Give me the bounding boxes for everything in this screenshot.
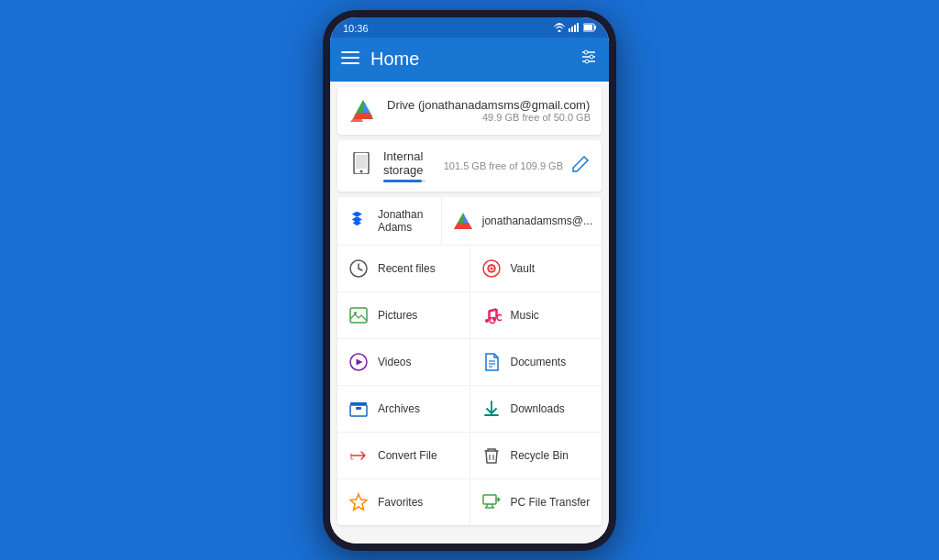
internal-storage-section[interactable]: Internal storage 101.5 GB free of 109.9 … [337,140,602,192]
jonathan-adams-item[interactable]: Jonathan Adams [337,197,442,245]
convert-icon [347,444,370,467]
phone-frame: 10:36 [323,10,616,551]
archives-icon [347,397,370,421]
storage-name: Internal storage [383,149,444,177]
videos-item[interactable]: Videos [337,339,470,385]
svg-rect-6 [594,26,596,29]
clock-icon [347,257,370,280]
gdrive-account-item[interactable]: jonathanadamsms@... [442,197,602,245]
recycle-bin-label: Recycle Bin [511,449,569,462]
svg-marker-55 [350,494,367,511]
storage-free-text: 101.5 GB free of 109.9 GB [444,160,563,171]
svg-rect-2 [571,27,573,32]
svg-point-29 [360,170,363,173]
svg-rect-1 [569,28,570,32]
svg-rect-10 [341,62,359,64]
svg-rect-9 [341,57,359,59]
archives-item[interactable]: Archives [337,386,470,432]
grid-section: Jonathan Adams [337,197,602,525]
favorites-item[interactable]: Favorites [337,479,470,525]
battery-icon [583,23,596,34]
svg-rect-28 [356,155,367,169]
svg-point-39 [490,267,492,269]
gdrive-account-label: jonathanadamsms@... [482,214,592,227]
svg-rect-7 [584,25,592,30]
svg-line-36 [359,269,362,270]
downloads-label: Downloads [511,402,565,415]
filter-icon[interactable] [580,48,598,71]
gdrive-account-icon [451,209,475,233]
music-item[interactable]: Music [470,292,602,338]
grid-row-4: Videos Documents [337,339,602,386]
trash-icon [480,444,503,467]
downloads-item[interactable]: Downloads [470,386,602,432]
svg-rect-51 [350,405,367,416]
drive-info: Drive (jonathanadamsms@gmail.com) 49.9 G… [387,98,591,123]
svg-rect-3 [574,25,576,32]
star-icon [347,490,370,514]
vault-item[interactable]: Vault [470,246,602,291]
svg-point-16 [585,60,589,63]
edit-icon[interactable] [570,154,591,178]
svg-point-15 [590,55,593,59]
drive-section[interactable]: Drive (jonathanadamsms@gmail.com) 49.9 G… [337,87,602,135]
vault-label: Vault [511,262,535,275]
grid-row-1: Jonathan Adams [337,197,602,246]
videos-label: Videos [378,356,411,368]
status-bar: 10:36 [330,17,609,38]
svg-point-0 [558,29,561,32]
storage-bar-fill [383,180,422,182]
svg-point-44 [492,317,496,321]
drive-account-name: Drive (jonathanadamsms@gmail.com) [387,98,591,112]
svg-rect-4 [577,23,579,32]
svg-rect-52 [356,407,361,410]
convert-file-label: Convert File [378,449,437,462]
dropbox-icon [347,209,370,233]
favorites-label: Favorites [378,496,423,509]
jonathan-adams-label: Jonathan Adams [378,208,432,234]
pc-file-transfer-item[interactable]: PC File Transfer [470,479,602,525]
app-bar: Home [330,38,609,82]
wifi-icon [554,23,565,34]
recent-files-item[interactable]: Recent files [337,246,470,291]
videos-icon [347,350,370,374]
convert-file-item[interactable]: Convert File [337,433,470,478]
pictures-item[interactable]: Pictures [337,292,470,338]
phone-icon [348,152,374,179]
svg-point-43 [485,319,489,323]
drive-storage-text: 49.9 GB free of 50.0 GB [387,112,591,123]
grid-row-2: Recent files [337,246,602,292]
status-time: 10:36 [343,23,369,34]
documents-icon [480,350,503,374]
svg-rect-40 [350,308,367,323]
svg-marker-46 [357,358,363,365]
documents-item[interactable]: Documents [470,339,602,385]
grid-row-7: Favorites [337,479,602,525]
vault-icon [480,257,503,280]
pictures-icon [347,303,370,327]
recent-files-label: Recent files [378,262,436,275]
content-area: Drive (jonathanadamsms@gmail.com) 49.9 G… [330,82,609,544]
signal-icon [569,23,580,34]
google-drive-icon [348,96,378,126]
svg-rect-8 [341,51,359,53]
svg-point-41 [354,312,357,314]
svg-marker-33 [454,223,472,229]
music-label: Music [511,309,539,322]
storage-bar [383,180,425,182]
pc-file-transfer-label: PC File Transfer [511,496,591,509]
music-icon [480,303,503,327]
status-icons [554,23,596,34]
phone-screen: 10:36 [330,17,609,544]
svg-point-14 [584,50,588,54]
app-title: Home [370,49,580,70]
transfer-icon [480,490,503,514]
archives-label: Archives [378,402,420,415]
menu-icon[interactable] [341,49,359,69]
grid-row-6: Convert File Recycle Bin [337,433,602,479]
storage-info: Internal storage [383,149,444,182]
downloads-icon [480,397,503,421]
svg-rect-56 [483,495,496,504]
recycle-bin-item[interactable]: Recycle Bin [470,433,602,478]
grid-row-3: Pictures [337,292,602,339]
